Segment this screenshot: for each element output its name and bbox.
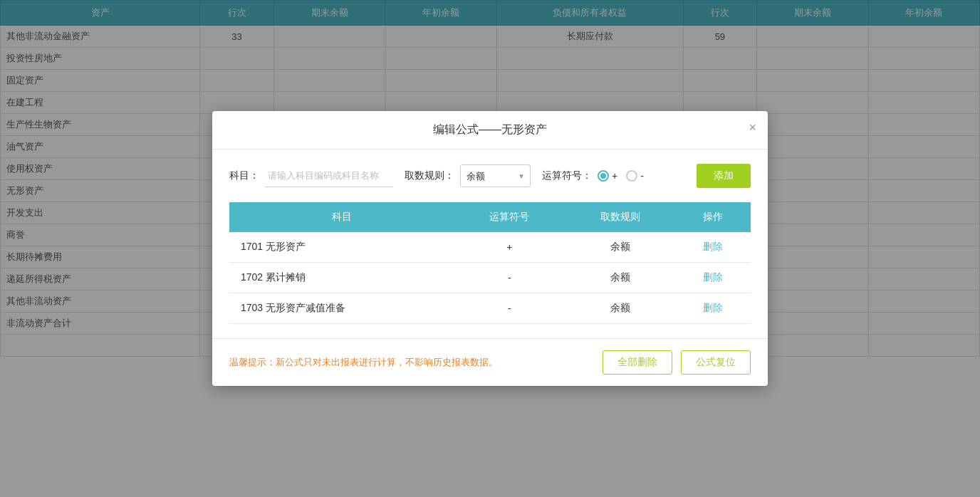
operator-plus-radio[interactable]: + [598, 170, 617, 182]
modal-dialog: 编辑公式——无形资产 × 科目： 取数规则： 余额 借方发生额 [212, 111, 768, 386]
subject-field: 科目： [229, 164, 393, 187]
subject-input[interactable] [265, 164, 393, 187]
cell-subject: 1701 无形资产 [229, 232, 454, 263]
radio-circle-minus [626, 170, 637, 182]
cell-subject: 1703 无形资产减值准备 [229, 293, 454, 324]
cell-operator: - [454, 263, 565, 293]
footer-buttons: 全部删除 公式复位 [603, 350, 751, 375]
modal-title: 编辑公式——无形资产 [433, 123, 547, 135]
add-button[interactable]: 添加 [697, 164, 751, 188]
rule-select-wrapper: 余额 借方发生额 贷方发生额 ▼ [460, 164, 531, 187]
cell-rule: 余额 [565, 293, 675, 324]
subject-label: 科目： [229, 169, 259, 182]
operator-minus-radio[interactable]: - [626, 170, 644, 182]
th-operator: 运算符号 [454, 202, 565, 232]
formula-table: 科目 运算符号 取数规则 操作 1701 无形资产+余额删除1702 累计摊销-… [229, 202, 751, 324]
th-subject: 科目 [229, 202, 454, 232]
formula-table-row: 1701 无形资产+余额删除 [229, 232, 751, 263]
operator-label: 运算符号： [542, 169, 592, 182]
operator-minus-label: - [640, 170, 644, 182]
modal-footer: 温馨提示：新公式只对未出报表进行计算，不影响历史报表数据。 全部删除 公式复位 [212, 339, 768, 386]
cell-operator: - [454, 293, 565, 324]
footer-tip: 温馨提示：新公式只对未出报表进行计算，不影响历史报表数据。 [229, 356, 498, 369]
rule-field: 取数规则： 余额 借方发生额 贷方发生额 ▼ [405, 164, 531, 187]
radio-circle-plus [598, 170, 609, 182]
rule-label: 取数规则： [405, 169, 454, 182]
cell-rule: 余额 [565, 232, 675, 263]
delete-row-button[interactable]: 删除 [703, 302, 723, 315]
formula-table-row: 1703 无形资产减值准备-余额删除 [229, 293, 751, 324]
th-action: 操作 [675, 202, 751, 232]
operator-field: 运算符号： + - [542, 169, 644, 182]
formula-table-row: 1702 累计摊销-余额删除 [229, 263, 751, 293]
operator-plus-label: + [612, 170, 617, 182]
cell-action: 删除 [675, 293, 751, 324]
delete-row-button[interactable]: 删除 [703, 271, 723, 284]
modal-header: 编辑公式——无形资产 × [212, 111, 768, 150]
form-row: 科目： 取数规则： 余额 借方发生额 贷方发生额 ▼ [229, 164, 751, 188]
delete-all-button[interactable]: 全部删除 [603, 350, 672, 375]
modal-body: 科目： 取数规则： 余额 借方发生额 贷方发生额 ▼ [212, 150, 768, 338]
cell-action: 删除 [675, 232, 751, 263]
cell-action: 删除 [675, 263, 751, 293]
cell-rule: 余额 [565, 263, 675, 293]
th-rule: 取数规则 [565, 202, 675, 232]
cell-operator: + [454, 232, 565, 263]
cell-subject: 1702 累计摊销 [229, 263, 454, 293]
delete-row-button[interactable]: 删除 [703, 241, 723, 253]
reset-formula-button[interactable]: 公式复位 [681, 350, 751, 375]
rule-select[interactable]: 余额 借方发生额 贷方发生额 [460, 164, 531, 187]
close-button[interactable]: × [749, 121, 756, 134]
table-header-row: 科目 运算符号 取数规则 操作 [229, 202, 751, 232]
operator-radio-group: + - [598, 170, 644, 182]
modal-overlay: 编辑公式——无形资产 × 科目： 取数规则： 余额 借方发生额 [0, 0, 980, 497]
